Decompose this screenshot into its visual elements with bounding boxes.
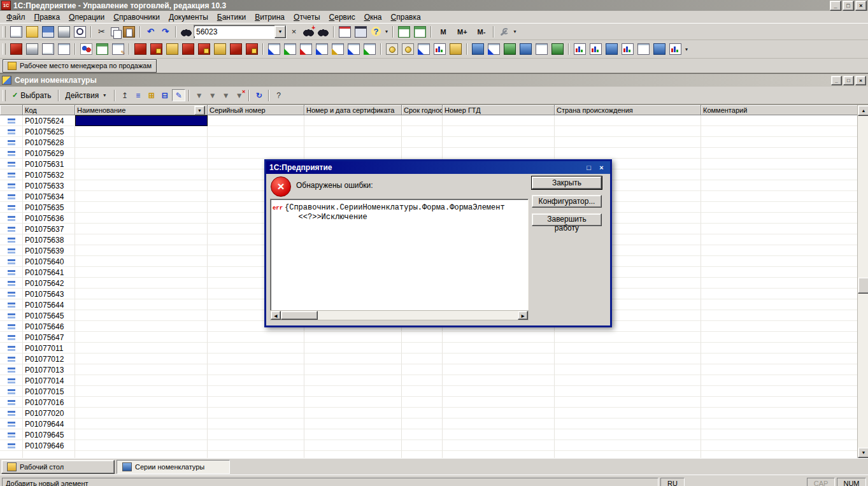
name-cell[interactable] [75,148,208,159]
cash-expense-order-icon[interactable] [402,43,414,55]
certificate-cell[interactable] [304,429,402,440]
name-cell[interactable] [75,115,208,126]
comment-cell[interactable] [701,202,858,213]
print-preview-icon[interactable] [74,26,86,38]
comment-cell[interactable] [701,321,858,332]
gtd-cell[interactable] [443,386,555,397]
settlements-report-icon[interactable] [520,43,532,55]
child-restore-button[interactable]: □ [843,76,854,85]
table-document-icon[interactable] [398,26,410,38]
name-cell[interactable] [75,180,208,191]
certificate-cell[interactable] [304,375,402,386]
name-cell[interactable] [75,191,208,202]
comment-cell[interactable] [701,148,858,159]
country-cell[interactable] [555,429,701,440]
code-cell[interactable]: Р01075639 [23,245,75,256]
code-cell[interactable]: Р01075624 [23,115,75,126]
certificate-cell[interactable] [304,332,402,343]
code-cell[interactable]: Р01075647 [23,332,75,343]
header-serial[interactable]: Серийный номер [208,105,304,115]
code-cell[interactable]: Р01075642 [23,278,75,289]
toolbar-grip[interactable] [3,43,6,55]
comment-cell[interactable] [701,310,858,321]
tab-nomenclature-series[interactable]: Серии номенклатуры [117,460,230,474]
menu-item[interactable]: Сервис [325,11,360,23]
dialog-close-icon[interactable]: × [596,163,607,173]
code-cell[interactable]: Р01075629 [23,148,75,159]
help-dropdown-icon[interactable]: ▾ [385,29,388,34]
certificate-cell[interactable] [304,148,402,159]
serial-cell[interactable] [208,375,304,386]
child-close-button[interactable]: × [855,76,866,85]
copy-icon[interactable] [111,27,119,36]
paste-icon[interactable] [123,26,135,38]
serial-cell[interactable] [208,386,304,397]
name-cell[interactable] [75,256,208,267]
certificate-cell[interactable] [304,408,402,418]
table-row[interactable]: Р01075625 [0,126,858,137]
comment-cell[interactable] [701,234,858,245]
name-cell[interactable] [75,386,208,397]
serial-cell[interactable] [208,137,304,148]
comment-cell[interactable] [701,191,858,202]
purchases-report-icon[interactable] [488,43,500,55]
receivables-report-icon[interactable] [622,43,634,55]
gtd-cell[interactable] [443,115,555,126]
save-icon[interactable] [42,26,54,38]
help-contents-icon[interactable]: ? [371,27,381,37]
nomenclature-icon[interactable] [150,43,162,55]
sales-planning-icon[interactable] [606,43,618,55]
code-cell[interactable]: Р01077015 [23,386,75,397]
country-cell[interactable] [555,440,701,451]
certificate-cell[interactable] [304,126,402,137]
menu-item[interactable]: Правка [30,11,65,23]
expiry-cell[interactable] [402,375,443,386]
table-settings-icon[interactable] [414,26,426,38]
gtd-cell[interactable] [443,364,555,375]
name-cell[interactable] [75,364,208,375]
refresh-icon[interactable]: ↻ [253,90,265,101]
print-icon[interactable] [58,26,70,38]
close-error-button[interactable]: Закрыть [532,176,602,189]
certificate-cell[interactable] [304,418,402,429]
serial-cell[interactable] [208,343,304,354]
saved-settings-icon[interactable] [42,43,54,55]
price-list-icon[interactable] [637,43,650,55]
actions-button[interactable]: Действия ▾ [62,89,112,102]
horizontal-scrollbar[interactable]: ◀ ▶ [270,310,529,320]
code-cell[interactable]: Р01075645 [23,310,75,321]
name-cell[interactable] [75,299,208,310]
contractors-icon[interactable] [80,43,92,55]
memory-subtract-button[interactable]: M- [474,26,490,38]
comment-cell[interactable] [701,245,858,256]
toolbar-grip[interactable] [3,90,6,101]
name-cell[interactable] [75,321,208,332]
serial-cell[interactable] [208,429,304,440]
new-document-icon[interactable] [10,26,22,38]
payment-order-icon[interactable] [418,43,430,55]
scrollbar-thumb[interactable] [858,277,868,294]
gtd-cell[interactable] [443,397,555,408]
comment-cell[interactable] [701,354,858,364]
toolbar-options-icon[interactable]: ▾ [685,46,688,52]
code-cell[interactable]: Р01077011 [23,343,75,354]
code-cell[interactable]: Р01075625 [23,126,75,137]
cash-registers-icon[interactable] [230,43,242,55]
counterparties-icon[interactable] [134,43,146,55]
name-cell[interactable] [75,289,208,299]
cash-report-icon[interactable] [536,43,548,55]
internal-order-icon[interactable] [364,43,376,55]
header-country[interactable]: Страна происхождения [555,105,701,115]
open-document-icon[interactable] [26,26,38,38]
scrollbar-thumb[interactable] [281,311,318,320]
find-next-icon[interactable] [303,27,314,37]
name-cell[interactable] [75,234,208,245]
cut-icon[interactable]: ✂ [96,27,107,37]
goods-sale-icon[interactable] [300,43,312,55]
menu-item[interactable]: Бантики [213,11,250,23]
sales-report-icon[interactable] [472,43,484,55]
comment-cell[interactable] [701,440,858,451]
certificate-cell[interactable] [304,397,402,408]
header-icon-column[interactable] [0,105,23,115]
gtd-cell[interactable] [443,332,555,343]
